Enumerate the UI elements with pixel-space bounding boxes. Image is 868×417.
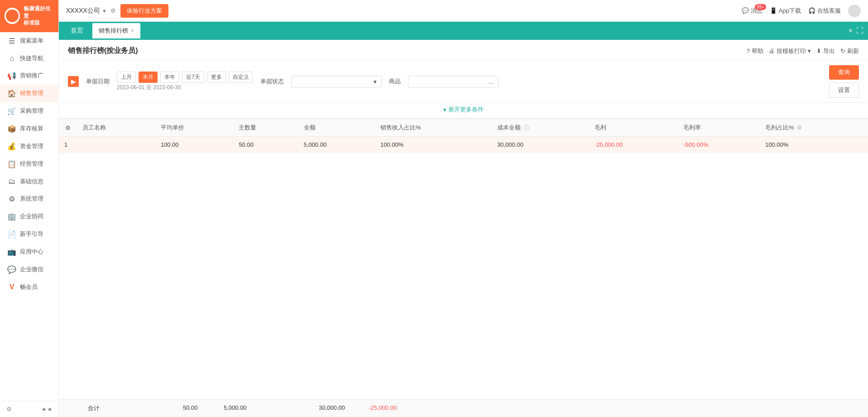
company-name: XXXXX公司: [66, 7, 100, 15]
col-profit: 毛利: [589, 119, 678, 137]
tab-home[interactable]: 首页: [63, 23, 91, 38]
online-service-label: 在线客服: [817, 7, 841, 15]
goods-more-icon: ...: [489, 78, 494, 85]
page-actions: ? 帮助 🖨 按模板打印 ▾ ⬇ 导出 ↻ 刷新: [747, 47, 859, 55]
filter-expand-btn[interactable]: ▶: [68, 76, 79, 87]
sidebar-item-inventory[interactable]: 📦 库存核算: [0, 120, 58, 138]
footer-total: 5,000.00: [218, 404, 264, 412]
user-avatar[interactable]: [848, 5, 861, 17]
sidebar-item-basic-info[interactable]: 🗂 基础信息: [0, 173, 58, 190]
tab-close-icon[interactable]: ×: [131, 28, 134, 34]
tab-sales-ranking[interactable]: 销售排行榜 ×: [92, 23, 140, 38]
sidebar-item-marketing[interactable]: 📢 营销推广: [0, 67, 58, 85]
wechat-icon: 💬: [7, 265, 16, 274]
goods-input[interactable]: ...: [408, 76, 499, 88]
expand-down-icon: ▾: [443, 106, 446, 113]
sidebar-item-search-order[interactable]: ☰ 搜索菜单: [0, 32, 58, 50]
cell-cost: 30,000.00: [492, 137, 589, 153]
settings-gear-icon[interactable]: ⚙: [110, 7, 116, 14]
cell-profit: -25,000.00: [589, 137, 678, 153]
col-profit-ratio: 毛利占比% ⚙: [760, 119, 868, 137]
cell-profit-ratio: 100.00%: [760, 137, 868, 153]
filter-bar: ▶ 单据日期 上月 本月 本年 近7天 更多 自定义 2023-06-01 至 …: [59, 61, 868, 103]
capital-icon: 💰: [7, 142, 16, 151]
col-sales-ratio: 销售收入占比%: [375, 119, 492, 137]
date-range-display: 2023-06-01 至 2023-06-30: [117, 84, 253, 91]
operation-icon: 📋: [7, 160, 16, 168]
sidebar-item-sales[interactable]: 🏠 销售管理: [0, 85, 58, 102]
sidebar-item-quick-nav[interactable]: ⌂ 快捷导航: [0, 50, 58, 67]
tab-fullscreen-button[interactable]: ⛶: [856, 27, 863, 35]
col-cost: 成本全额 ⓘ: [492, 119, 589, 137]
sidebar-item-enterprise[interactable]: 🏢 企业协同: [0, 208, 58, 225]
company-dropdown-icon: ▾: [103, 7, 106, 14]
cell-total: 5,000.00: [298, 137, 375, 153]
guide-icon: 📄: [7, 230, 16, 239]
status-select[interactable]: ▾: [291, 76, 382, 88]
trial-button[interactable]: 体验行业方案: [120, 4, 168, 18]
sidebar-item-guide[interactable]: 📄 新手引导: [0, 225, 58, 243]
tab-close-all-button[interactable]: ×: [849, 27, 853, 35]
refresh-button[interactable]: ↻ 刷新: [840, 47, 859, 55]
last-month-btn[interactable]: 上月: [117, 72, 136, 83]
cell-sales-ratio: 100.00%: [375, 137, 492, 153]
sidebar-item-system[interactable]: ⚙ 系统管理: [0, 190, 58, 208]
refresh-icon: ↻: [840, 48, 845, 54]
query-button[interactable]: 查询: [829, 65, 859, 80]
brand-logo: [5, 8, 20, 24]
enterprise-icon: 🏢: [7, 212, 16, 221]
table-scroll[interactable]: ⚙ 员工名称 平均单价 主数量 全额 销售收入占比% 成本全额 ⓘ 毛利: [59, 119, 868, 399]
goods-label: 商品: [389, 77, 401, 86]
marketing-icon: 📢: [7, 72, 16, 80]
basic-info-icon: 🗂: [7, 177, 16, 186]
last-7-days-btn[interactable]: 近7天: [182, 72, 204, 83]
sidebar-item-capital[interactable]: 💰 资金管理: [0, 138, 58, 155]
sidebar-item-purchase[interactable]: 🛒 采购管理: [0, 102, 58, 120]
sidebar-brand: 畅康通好生意 标准版: [0, 0, 58, 32]
template-print-button[interactable]: 🖨 按模板打印 ▾: [769, 47, 811, 55]
more-btn[interactable]: 更多: [207, 72, 226, 83]
company-selector[interactable]: XXXXX公司 ▾: [66, 7, 106, 15]
this-month-btn[interactable]: 本月: [139, 72, 158, 83]
sidebar-item-app-center[interactable]: 📺 应用中心: [0, 243, 58, 261]
footer-spacer: [64, 404, 82, 412]
sidebar-item-wechat[interactable]: 💬 企业微信: [0, 261, 58, 278]
profit-ratio-settings-icon[interactable]: ⚙: [797, 125, 802, 131]
status-label: 单据状态: [260, 77, 284, 86]
topbar-right: 💬 消息 99+ 📱 App下载 🎧 在线客服: [742, 5, 861, 17]
search-order-icon: ☰: [7, 37, 16, 45]
footer-profit: -25,000.00: [363, 404, 413, 412]
brand-line1: 畅康通好生意: [24, 5, 54, 19]
print-dropdown-icon: ▾: [808, 48, 811, 54]
sidebar-collapse-icon[interactable]: ◄◄: [40, 406, 52, 412]
export-icon: ⬇: [816, 48, 821, 54]
quick-nav-icon: ⌂: [7, 54, 16, 62]
custom-btn[interactable]: 自定义: [229, 72, 253, 83]
message-icon: 💬: [742, 7, 749, 14]
expand-conditions-button[interactable]: ▾ 展开更多条件: [443, 105, 484, 114]
this-year-btn[interactable]: 本年: [160, 72, 179, 83]
tabbar-right-actions: × ⛶: [849, 27, 863, 35]
export-button[interactable]: ⬇ 导出: [816, 47, 835, 55]
footer-label: 合计: [82, 404, 137, 412]
footer-qty: 50.00: [177, 404, 218, 412]
column-settings-icon[interactable]: ⚙: [65, 125, 71, 131]
message-button[interactable]: 💬 消息 99+: [742, 7, 762, 15]
sidebar-item-operation[interactable]: 📋 经营管理: [0, 155, 58, 173]
sidebar-item-member[interactable]: V 畅会员: [0, 278, 58, 296]
online-service-button[interactable]: 🎧 在线客服: [808, 7, 841, 15]
settings-button[interactable]: 设置: [829, 82, 859, 98]
topbar: XXXXX公司 ▾ ⚙ 体验行业方案 💬 消息 99+ 📱 App下载 🎧 在线…: [59, 0, 868, 22]
help-icon: ?: [747, 48, 750, 54]
date-filter-group: 上月 本月 本年 近7天 更多 自定义 2023-06-01 至 2023-06…: [117, 72, 253, 91]
col-settings: ⚙: [59, 119, 77, 137]
brand-line2: 标准版: [24, 19, 54, 27]
table-row: 1 100.00 50.00 5,000.00 100.00% 30,000.0…: [59, 137, 868, 153]
rankings-table: ⚙ 员工名称 平均单价 主数量 全额 销售收入占比% 成本全额 ⓘ 毛利: [59, 119, 868, 153]
sidebar-settings-icon[interactable]: ⚙: [6, 406, 12, 412]
col-qty: 主数量: [233, 119, 298, 137]
help-button[interactable]: ? 帮助: [747, 47, 763, 55]
app-download-button[interactable]: 📱 App下载: [770, 7, 801, 15]
main-area: XXXXX公司 ▾ ⚙ 体验行业方案 💬 消息 99+ 📱 App下载 🎧 在线…: [59, 0, 868, 417]
sales-icon: 🏠: [7, 89, 16, 98]
